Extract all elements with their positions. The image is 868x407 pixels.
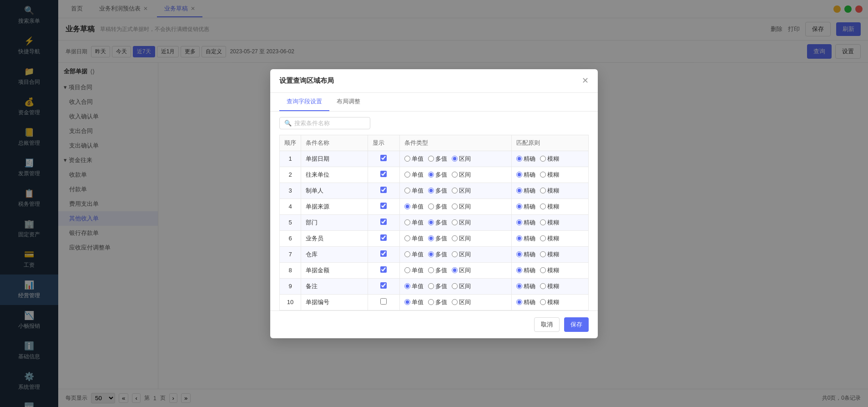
type-radio-4-区间[interactable]: 区间 [452, 203, 471, 211]
cell-match-5[interactable]: 精确模糊 [511, 214, 588, 230]
type-radio-input-9-多值[interactable] [428, 283, 434, 289]
cell-match-7[interactable]: 精确模糊 [511, 246, 588, 262]
type-radio-6-区间[interactable]: 区间 [452, 234, 471, 243]
match-radio-8-模糊[interactable]: 模糊 [540, 266, 559, 275]
type-radio-9-多值[interactable]: 多值 [428, 282, 447, 290]
match-radio-input-3-精确[interactable] [516, 188, 522, 193]
checkbox-input-5[interactable] [380, 219, 387, 225]
show-checkbox-4[interactable] [380, 204, 387, 210]
show-checkbox-3[interactable] [380, 188, 387, 194]
cell-type-10[interactable]: 单值多值区间 [399, 294, 511, 310]
type-radio-input-10-多值[interactable] [428, 299, 434, 305]
match-radio-input-6-模糊[interactable] [540, 235, 546, 241]
match-radio-3-模糊[interactable]: 模糊 [540, 187, 559, 195]
match-radio-9-精确[interactable]: 精确 [516, 282, 535, 290]
type-radio-input-7-多值[interactable] [428, 251, 434, 257]
type-radio-1-单值[interactable]: 单值 [404, 155, 424, 163]
cell-show-1[interactable] [368, 151, 399, 167]
cell-type-3[interactable]: 单值多值区间 [399, 183, 511, 198]
cell-show-6[interactable] [368, 230, 399, 246]
cell-type-8[interactable]: 单值多值区间 [399, 262, 511, 278]
match-radio-10-精确[interactable]: 精确 [516, 298, 535, 306]
type-radio-input-6-区间[interactable] [452, 235, 458, 241]
type-radio-input-6-多值[interactable] [428, 235, 434, 241]
show-checkbox-7[interactable] [380, 251, 387, 258]
match-radio-input-8-模糊[interactable] [540, 267, 546, 273]
match-radio-input-3-模糊[interactable] [540, 188, 546, 193]
cell-type-7[interactable]: 单值多值区间 [399, 246, 511, 262]
cell-type-2[interactable]: 单值多值区间 [399, 167, 511, 183]
type-radio-input-9-区间[interactable] [452, 283, 458, 289]
match-radio-input-1-模糊[interactable] [540, 156, 546, 162]
type-radio-input-9-单值[interactable] [404, 283, 410, 289]
match-radio-5-模糊[interactable]: 模糊 [540, 219, 559, 227]
type-radio-10-区间[interactable]: 区间 [452, 298, 471, 306]
show-checkbox-9[interactable] [380, 283, 387, 290]
match-radio-input-9-精确[interactable] [516, 283, 522, 289]
cell-match-10[interactable]: 精确模糊 [511, 294, 588, 310]
checkbox-input-10[interactable] [380, 298, 387, 305]
type-radio-input-3-多值[interactable] [428, 188, 434, 193]
type-radio-input-10-区间[interactable] [452, 299, 458, 305]
cell-type-4[interactable]: 单值多值区间 [399, 198, 511, 214]
modal-close-btn[interactable]: ✕ [582, 76, 589, 85]
type-radio-input-2-多值[interactable] [428, 172, 434, 178]
type-radio-3-多值[interactable]: 多值 [428, 187, 447, 195]
show-checkbox-6[interactable] [380, 235, 387, 242]
cancel-btn[interactable]: 取消 [534, 317, 560, 332]
cell-show-9[interactable] [368, 278, 399, 294]
type-radio-5-区间[interactable]: 区间 [452, 219, 471, 227]
checkbox-input-2[interactable] [380, 171, 387, 177]
type-radio-3-区间[interactable]: 区间 [452, 187, 471, 195]
match-radio-2-精确[interactable]: 精确 [516, 171, 535, 179]
type-radio-5-单值[interactable]: 单值 [404, 219, 424, 227]
type-radio-input-3-区间[interactable] [452, 188, 458, 193]
type-radio-input-4-单值[interactable] [404, 204, 410, 209]
match-radio-input-1-精确[interactable] [516, 156, 522, 162]
cell-match-3[interactable]: 精确模糊 [511, 183, 588, 198]
type-radio-1-区间[interactable]: 区间 [452, 155, 471, 163]
checkbox-input-9[interactable] [380, 282, 387, 289]
type-radio-input-5-单值[interactable] [404, 219, 410, 225]
match-radio-input-7-精确[interactable] [516, 251, 522, 257]
checkbox-input-1[interactable] [380, 155, 387, 161]
checkbox-input-8[interactable] [380, 266, 387, 273]
type-radio-input-4-多值[interactable] [428, 204, 434, 209]
cell-show-7[interactable] [368, 246, 399, 262]
match-radio-7-精确[interactable]: 精确 [516, 250, 535, 259]
type-radio-7-区间[interactable]: 区间 [452, 250, 471, 259]
cell-type-6[interactable]: 单值多值区间 [399, 230, 511, 246]
type-radio-input-1-单值[interactable] [404, 156, 410, 162]
match-radio-9-模糊[interactable]: 模糊 [540, 282, 559, 290]
match-radio-8-精确[interactable]: 精确 [516, 266, 535, 275]
type-radio-8-区间[interactable]: 区间 [452, 266, 471, 275]
type-radio-input-7-区间[interactable] [452, 251, 458, 257]
type-radio-2-多值[interactable]: 多值 [428, 171, 447, 179]
show-checkbox-5[interactable] [380, 219, 387, 226]
checkbox-input-4[interactable] [380, 203, 387, 209]
match-radio-input-4-模糊[interactable] [540, 204, 546, 209]
match-radio-input-8-精确[interactable] [516, 267, 522, 273]
checkbox-input-3[interactable] [380, 187, 387, 193]
match-radio-3-精确[interactable]: 精确 [516, 187, 535, 195]
type-radio-8-单值[interactable]: 单值 [404, 266, 424, 275]
cell-type-1[interactable]: 单值多值区间 [399, 151, 511, 167]
type-radio-input-5-多值[interactable] [428, 219, 434, 225]
type-radio-input-8-多值[interactable] [428, 267, 434, 273]
cell-type-9[interactable]: 单值多值区间 [399, 278, 511, 294]
cell-show-2[interactable] [368, 167, 399, 183]
type-radio-input-8-区间[interactable] [452, 267, 458, 273]
type-radio-9-区间[interactable]: 区间 [452, 282, 471, 290]
match-radio-input-5-精确[interactable] [516, 219, 522, 225]
modal-tab-layout[interactable]: 布局调整 [329, 93, 368, 111]
match-radio-input-5-模糊[interactable] [540, 219, 546, 225]
match-radio-6-模糊[interactable]: 模糊 [540, 234, 559, 243]
cell-show-4[interactable] [368, 198, 399, 214]
type-radio-3-单值[interactable]: 单值 [404, 187, 424, 195]
show-checkbox-8[interactable] [380, 267, 387, 274]
checkbox-input-7[interactable] [380, 250, 387, 257]
type-radio-4-多值[interactable]: 多值 [428, 203, 447, 211]
type-radio-input-4-区间[interactable] [452, 204, 458, 209]
cell-show-5[interactable] [368, 214, 399, 230]
type-radio-input-3-单值[interactable] [404, 188, 410, 193]
